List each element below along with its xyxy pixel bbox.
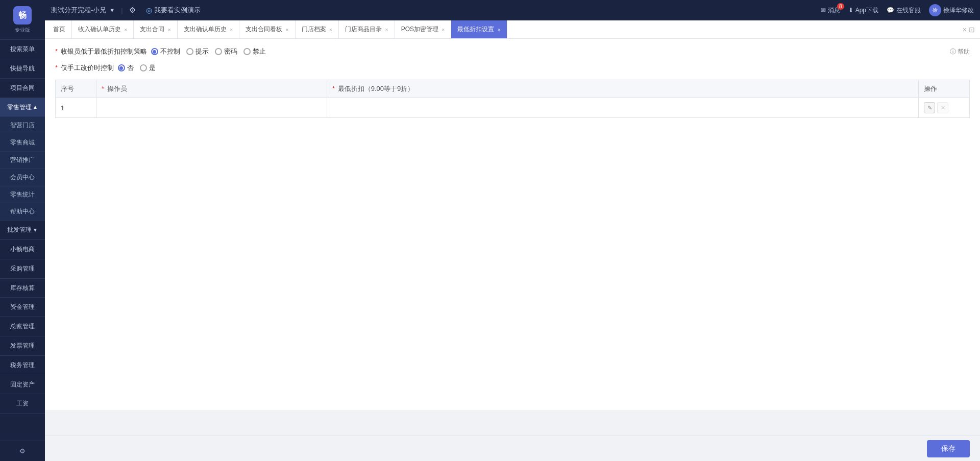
sidebar-item-retail-mgmt[interactable]: 零售管理 ▲ (0, 98, 45, 117)
sidebar-item-project-contract[interactable]: 项目合同 (0, 79, 45, 98)
chevron-up-icon: ▲ (33, 104, 38, 111)
sidebar-item-ecommerce[interactable]: 小畅电商 (0, 240, 45, 259)
sidebar-item-member-center[interactable]: 会员中心 (0, 169, 45, 186)
tab-home[interactable]: 首页 (47, 20, 72, 39)
download-icon: ⬇ (848, 7, 853, 14)
tab-store-archive-close[interactable]: × (329, 27, 332, 33)
radio-circle-remind (186, 48, 193, 55)
radio-circle-manual-no (118, 64, 125, 71)
chevron-down-icon: ▼ (33, 227, 38, 234)
sidebar-item-smart-store[interactable]: 智营门店 (0, 117, 45, 134)
edit-icon-btn[interactable]: ✎ (924, 102, 935, 113)
tab-store-archive[interactable]: 门店档案 × (296, 20, 339, 39)
manual-price-label: * 仅手工改价时控制 (55, 63, 114, 72)
sidebar-item-retail-stats[interactable]: 零售统计 (0, 186, 45, 204)
service-label: 在线客服 (896, 6, 921, 15)
topbar-message[interactable]: ✉ 消息 8 (821, 6, 840, 15)
sidebar-item-wholesale-mgmt[interactable]: 批发管理 ▼ (0, 221, 45, 240)
tab-store-product-catalog[interactable]: 门店商品目录 × (339, 20, 395, 39)
download-label: App下载 (855, 6, 878, 15)
sidebar-item-invoice[interactable]: 发票管理 (0, 336, 45, 356)
sidebar-item-search[interactable]: 搜索菜单 (0, 40, 45, 59)
message-icon: ✉ (821, 7, 826, 14)
app-edition-label: 专业版 (15, 27, 30, 33)
tab-income-history-label: 收入确认单历史 (78, 25, 121, 34)
content-area: * 收银员低于最低折扣控制策略 不控制 提示 密码 (45, 39, 980, 435)
radio-no-control[interactable]: 不控制 (151, 47, 180, 56)
tab-store-product-catalog-close[interactable]: × (385, 27, 388, 33)
sidebar-item-quick-nav[interactable]: 快捷导航 (0, 59, 45, 79)
tab-payment-contract-board[interactable]: 支出合同看板 × (239, 20, 295, 39)
cell-index: 1 (56, 98, 96, 118)
topbar-settings-icon[interactable]: ⚙ (129, 6, 136, 15)
radio-manual-no[interactable]: 否 (118, 63, 134, 72)
required-mark-1: * (55, 47, 58, 55)
service-icon: 💬 (887, 7, 894, 14)
sidebar-item-procurement[interactable]: 采购管理 (0, 259, 45, 279)
discount-control-options: 不控制 提示 密码 禁止 (151, 47, 266, 56)
settings-icon: ⚙ (19, 447, 26, 455)
tab-pos-password[interactable]: POS加密管理 × (395, 20, 452, 39)
tab-income-history-close[interactable]: × (124, 27, 127, 33)
tab-expand-btn[interactable]: ⊡ (969, 26, 975, 34)
tab-close-btn[interactable]: × (963, 26, 967, 34)
cell-min-discount (327, 98, 919, 118)
dropdown-icon: ▼ (109, 7, 115, 13)
table-header: 序号 * 操作员 * 最低折扣（9.00等于9折） 操作 (56, 80, 970, 98)
topbar-online-service[interactable]: 💬 在线客服 (887, 6, 921, 15)
topbar-user[interactable]: 徐 徐泽华修改 (929, 4, 974, 16)
col-operator: * 操作员 (96, 80, 327, 98)
topbar-demo[interactable]: ◎ 我要看实例演示 (146, 6, 201, 15)
sidebar-item-accounting[interactable]: 总账管理 (0, 317, 45, 336)
cell-action: ✎ ✕ (919, 98, 970, 118)
save-button[interactable]: 保存 (927, 440, 970, 457)
search-label: 搜索菜单 (4, 45, 41, 54)
sidebar-item-finance[interactable]: 资金管理 (0, 298, 45, 317)
tab-income-history[interactable]: 收入确认单历史 × (72, 20, 134, 39)
user-avatar: 徐 (929, 4, 941, 16)
sidebar-item-inventory[interactable]: 库存核算 (0, 279, 45, 298)
sidebar-logo: 畅 专业版 (0, 0, 45, 40)
tab-payment-contract-board-label: 支出合同看板 (246, 25, 282, 34)
table-body: 1 ✎ ✕ (56, 98, 970, 118)
sidebar-item-salary[interactable]: 工资 (0, 394, 45, 414)
tab-min-discount[interactable]: 最低折扣设置 × (451, 20, 507, 39)
demo-label: 我要看实例演示 (154, 6, 201, 15)
sidebar-item-help-center[interactable]: 帮助中心 (0, 203, 45, 221)
discount-table: 序号 * 操作员 * 最低折扣（9.00等于9折） 操作 (55, 80, 970, 118)
tab-payment-contract-board-close[interactable]: × (285, 27, 288, 33)
topbar-app-download[interactable]: ⬇ App下载 (848, 6, 878, 15)
app-logo-icon: 畅 (13, 6, 32, 25)
sidebar-settings[interactable]: ⚙ (0, 441, 45, 461)
sidebar-item-fixed-assets[interactable]: 固定资产 (0, 375, 45, 395)
help-button[interactable]: ⓘ 帮助 (950, 47, 970, 56)
sidebar-item-tax[interactable]: 税务管理 (0, 356, 45, 375)
radio-manual-yes[interactable]: 是 (140, 63, 156, 72)
tab-payment-contract-close[interactable]: × (167, 27, 170, 33)
manual-price-options: 否 是 (118, 63, 156, 72)
radio-remind[interactable]: 提示 (186, 47, 209, 56)
tab-payment-confirm-history-close[interactable]: × (230, 27, 233, 33)
discount-control-row: * 收银员低于最低折扣控制策略 不控制 提示 密码 (55, 47, 970, 56)
sidebar-item-sales-promo[interactable]: 营销推广 (0, 152, 45, 169)
sidebar-item-retail-mall[interactable]: 零售商城 (0, 134, 45, 152)
tab-payment-confirm-history[interactable]: 支出确认单历史 × (178, 20, 239, 39)
radio-circle-manual-yes (140, 64, 147, 71)
topbar-project[interactable]: 测试分开完程-小兄 ▼ (51, 6, 115, 15)
radio-circle-password (215, 48, 222, 55)
tab-pos-password-close[interactable]: × (442, 27, 445, 33)
delete-icon-btn[interactable]: ✕ (937, 102, 948, 113)
radio-forbid[interactable]: 禁止 (243, 47, 266, 56)
footer-bar: 保存 (45, 435, 980, 461)
radio-circle-forbid (243, 48, 251, 55)
col-action: 操作 (919, 80, 970, 98)
tab-pos-password-label: POS加密管理 (401, 25, 438, 34)
project-name: 测试分开完程-小兄 (51, 6, 106, 15)
radio-password[interactable]: 密码 (215, 47, 237, 56)
tabs-right-controls: × ⊡ (960, 26, 978, 34)
tab-payment-contract[interactable]: 支出合同 × (134, 20, 177, 39)
tab-min-discount-close[interactable]: × (497, 27, 500, 33)
radio-circle-no-control (151, 48, 158, 55)
tab-min-discount-label: 最低折扣设置 (457, 25, 494, 34)
discount-control-label: * 收银员低于最低折扣控制策略 (55, 47, 147, 56)
